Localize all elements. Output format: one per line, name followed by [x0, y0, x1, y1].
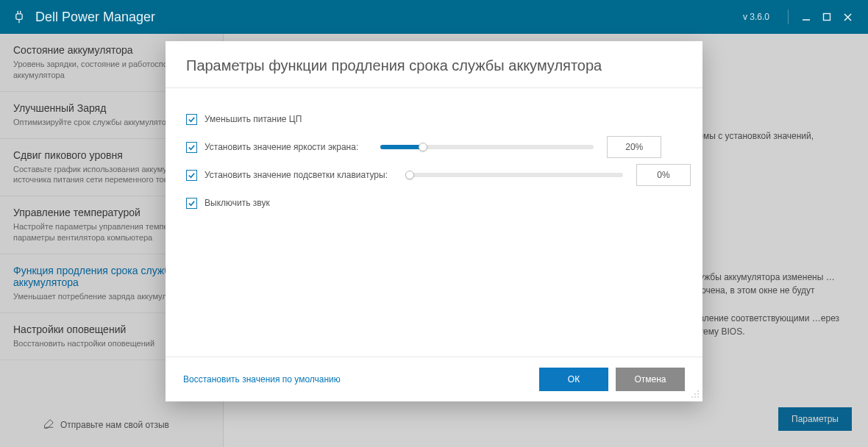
separator [788, 10, 789, 24]
cancel-button[interactable]: Отмена [616, 368, 685, 391]
svg-rect-0 [16, 14, 22, 19]
resize-grip-icon[interactable] [689, 388, 700, 398]
brightness-value[interactable]: 20% [607, 136, 661, 158]
maximize-button[interactable] [817, 7, 837, 27]
ok-button[interactable]: ОК [539, 368, 608, 391]
minimize-button[interactable] [796, 7, 817, 27]
option-reduce-cpu: Уменьшить питание ЦП [186, 106, 682, 132]
kbd-backlight-value[interactable]: 0% [636, 164, 691, 186]
kbd-backlight-slider[interactable] [410, 173, 623, 177]
option-brightness: Установить значение яркости экрана: 20% [186, 134, 682, 160]
checkbox-mute-audio[interactable] [186, 198, 197, 209]
brightness-slider[interactable] [380, 145, 594, 149]
title-bar: Dell Power Manager v 3.6.0 [0, 0, 868, 34]
checkbox-reduce-cpu[interactable] [186, 114, 197, 125]
option-kbd-backlight: Установить значение подсветки клавиатуры… [186, 162, 682, 188]
checkbox-brightness[interactable] [186, 142, 197, 153]
option-label: Выключить звук [204, 198, 270, 208]
modal-overlay: Параметры функции продления срока службы… [0, 34, 868, 447]
svg-point-10 [697, 393, 699, 395]
option-label: Уменьшить питание ЦП [204, 114, 302, 124]
svg-point-9 [694, 393, 696, 395]
option-mute-audio: Выключить звук [186, 190, 682, 216]
svg-point-11 [691, 396, 693, 398]
svg-point-12 [694, 396, 696, 398]
modal-title: Параметры функции продления срока службы… [166, 41, 702, 87]
app-version: v 3.6.0 [743, 12, 769, 22]
checkbox-kbd-backlight[interactable] [186, 170, 197, 181]
app-icon [10, 8, 28, 26]
restore-defaults-link[interactable]: Восстановить значения по умолчанию [183, 374, 341, 385]
svg-point-8 [697, 390, 699, 392]
close-button[interactable] [837, 7, 858, 27]
option-label: Установить значение подсветки клавиатуры… [204, 170, 388, 180]
svg-point-13 [697, 396, 699, 398]
svg-rect-5 [824, 14, 830, 21]
option-label: Установить значение яркости экрана: [204, 142, 358, 152]
settings-modal: Параметры функции продления срока службы… [166, 41, 702, 401]
app-title: Dell Power Manager [35, 10, 155, 25]
